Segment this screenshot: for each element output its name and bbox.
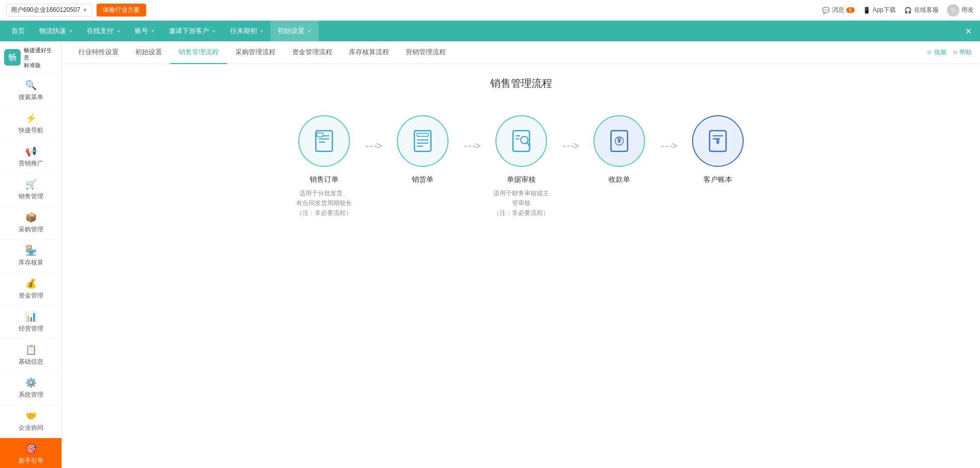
app-label: App下载 xyxy=(873,6,896,14)
svg-rect-4 xyxy=(317,133,323,137)
nav-tab-period[interactable]: 往来期初 × xyxy=(223,21,270,41)
close-icon[interactable]: × xyxy=(260,28,263,34)
sub-tab-industry-label: 行业特性设置 xyxy=(78,48,119,57)
flow-circle-review xyxy=(495,115,547,167)
headset-icon: 🎧 xyxy=(904,7,912,14)
service-label: 在线客服 xyxy=(914,6,939,14)
nav-tab-account[interactable]: 账号 × xyxy=(127,21,162,41)
sidebar-item-label: 系统管理 xyxy=(19,391,43,399)
collab-icon: 🤝 xyxy=(25,410,37,422)
svg-text:¥: ¥ xyxy=(716,137,720,146)
nav-tab-payment[interactable]: 在线支付 × xyxy=(79,21,127,41)
sidebar-item-marketing[interactable]: 📢 营销推广 xyxy=(0,141,61,174)
app-download-button[interactable]: 📱 App下载 xyxy=(863,6,896,14)
sub-tab-industry[interactable]: 行业特性设置 xyxy=(70,41,127,64)
message-button[interactable]: 💬 消息 6 xyxy=(822,6,855,14)
sub-tab-sales-flow[interactable]: 销售管理流程 xyxy=(170,41,227,64)
avatar-icon: U xyxy=(947,4,959,17)
purchase-icon: 📦 xyxy=(25,212,37,223)
flow-item-receipt: ¥ 收款单 xyxy=(578,115,661,189)
search-icon: 🔍 xyxy=(25,80,37,91)
svg-rect-6 xyxy=(417,133,428,136)
sub-tab-marketing-flow-label: 营销管理流程 xyxy=(406,48,446,57)
user-name: 用友 xyxy=(961,6,974,14)
sidebar-item-label: 资金管理 xyxy=(19,291,43,300)
close-all-button[interactable]: ✕ xyxy=(961,26,976,36)
header-left: 用户690企业1660120507 ▼ 体验行业方案 xyxy=(6,4,146,17)
sidebar-item-operation[interactable]: 📊 经营管理 xyxy=(0,306,61,339)
sub-tabs-right: ⊙ 视频 ⊙ 帮助 xyxy=(927,48,972,57)
close-icon[interactable]: × xyxy=(212,28,215,34)
nav-tab-init[interactable]: 初始设置 × xyxy=(270,21,318,41)
sub-tab-init-label: 初始设置 xyxy=(135,48,162,57)
close-icon[interactable]: × xyxy=(308,28,311,34)
gear-icon: ⚙️ xyxy=(25,377,37,388)
sub-tab-sales-flow-label: 销售管理流程 xyxy=(179,48,219,57)
sidebar-item-label: 企业协同 xyxy=(19,424,43,432)
sub-tab-finance-flow[interactable]: 资金管理流程 xyxy=(284,41,341,64)
sidebar-item-label: 快捷导航 xyxy=(19,126,43,135)
help-button[interactable]: ⊙ 帮助 xyxy=(953,48,972,57)
info-icon: 📋 xyxy=(25,344,37,355)
logo-text: 畅捷通好生意 标准版 xyxy=(24,46,57,69)
sidebar-item-guide[interactable]: 🎯 新手引导 xyxy=(0,438,61,468)
flow-label: 单据审核 xyxy=(507,175,536,184)
flow-circle-receipt: ¥ xyxy=(593,115,645,167)
user-label: 用户690企业1660120507 xyxy=(11,6,81,14)
nav-tab-invite[interactable]: 邀请下游客户 × xyxy=(162,21,222,41)
sub-tab-purchase-flow[interactable]: 采购管理流程 xyxy=(227,41,284,64)
main-layout: 畅 畅捷通好生意 标准版 🔍 搜索菜单 ⚡ 快捷导航 📢 营销推广 🛒 销售管理… xyxy=(0,41,980,468)
flow-item-ledger: ¥ 客户账本 xyxy=(677,115,759,189)
flow-arrow-2: - - -> xyxy=(464,115,480,152)
close-icon[interactable]: × xyxy=(151,28,154,34)
sidebar-item-finance[interactable]: 💰 资金管理 xyxy=(0,273,61,306)
flow-label: 客户账本 xyxy=(703,175,732,184)
sidebar-item-system[interactable]: ⚙️ 系统管理 xyxy=(0,372,61,405)
sub-tab-marketing-flow[interactable]: 营销管理流程 xyxy=(397,41,454,64)
close-icon[interactable]: × xyxy=(117,28,120,34)
close-icon[interactable]: × xyxy=(69,28,72,34)
nav-tab-home-label: 首页 xyxy=(11,26,25,36)
sales-icon: 🛒 xyxy=(25,179,37,190)
flow-item-review: 单据审核 适用于财务审核或主管审核（注：非必要流程） xyxy=(480,115,563,219)
content-area: 行业特性设置 初始设置 销售管理流程 采购管理流程 资金管理流程 库存核算流程 … xyxy=(62,41,980,468)
chevron-down-icon: ▼ xyxy=(83,7,88,13)
flow-circle-invoice xyxy=(397,115,448,167)
guide-icon: 🎯 xyxy=(25,443,37,455)
flow-arrow-4: - - -> xyxy=(661,115,677,152)
sidebar-item-label: 经营管理 xyxy=(19,324,43,333)
marketing-icon: 📢 xyxy=(25,146,37,157)
sidebar-item-label: 销售管理 xyxy=(19,192,43,201)
flow-circle-sales-order xyxy=(298,115,350,167)
sidebar-item-sales[interactable]: 🛒 销售管理 xyxy=(0,174,61,207)
user-avatar[interactable]: U 用友 xyxy=(947,4,974,17)
nav-tab-init-label: 初始设置 xyxy=(278,26,304,36)
user-selector[interactable]: 用户690企业1660120507 ▼ xyxy=(6,4,92,17)
sub-tab-finance-flow-label: 资金管理流程 xyxy=(292,48,332,57)
experience-button[interactable]: 体验行业方案 xyxy=(97,4,146,17)
phone-icon: 📱 xyxy=(863,7,871,14)
inventory-icon: 🏪 xyxy=(25,245,37,256)
sub-tabs: 行业特性设置 初始设置 销售管理流程 采购管理流程 资金管理流程 库存核算流程 … xyxy=(62,41,980,64)
sub-tab-init[interactable]: 初始设置 xyxy=(127,41,170,64)
sidebar-item-quick-nav[interactable]: ⚡ 快捷导航 xyxy=(0,107,61,141)
flow-item-invoice: 销货单 xyxy=(381,115,464,189)
nav-tab-home[interactable]: 首页 xyxy=(4,21,32,41)
online-service-button[interactable]: 🎧 在线客服 xyxy=(904,6,939,14)
sidebar-item-search[interactable]: 🔍 搜索菜单 xyxy=(0,74,61,107)
sidebar-item-label: 基础信息 xyxy=(19,357,43,366)
message-label: 消息 xyxy=(832,6,844,14)
sidebar-item-basic-info[interactable]: 📋 基础信息 xyxy=(0,339,61,372)
header-right: 💬 消息 6 📱 App下载 🎧 在线客服 U 用友 xyxy=(822,4,974,17)
sidebar-item-label: 新手引导 xyxy=(19,457,43,465)
sidebar-item-inventory[interactable]: 🏪 库存核算 xyxy=(0,240,61,273)
message-badge: 6 xyxy=(846,7,855,13)
sub-tab-inventory-flow[interactable]: 库存核算流程 xyxy=(341,41,397,64)
top-header: 用户690企业1660120507 ▼ 体验行业方案 💬 消息 6 📱 App下… xyxy=(0,0,980,21)
flow-diagram: 销售订单 适用于分批发货、有合同发货周期较长（注：非必要流程） - - -> xyxy=(74,115,968,219)
sidebar-item-enterprise[interactable]: 🤝 企业协同 xyxy=(0,405,61,438)
nav-tab-logistics[interactable]: 物流快递 × xyxy=(32,21,79,41)
logo-icon: 畅 xyxy=(4,49,21,66)
sidebar-item-purchase[interactable]: 📦 采购管理 xyxy=(0,207,61,240)
video-help-button[interactable]: ⊙ 视频 xyxy=(927,48,946,57)
